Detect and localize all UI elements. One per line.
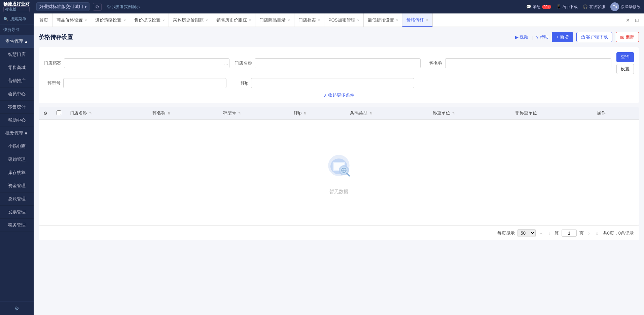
last-page-button[interactable]: » [594,230,600,237]
delete-button[interactable]: 面 删除 [616,32,639,42]
filter-scale-model: 秤型号 [44,78,226,88]
sort-icon[interactable]: ⇅ [452,111,455,115]
video-link[interactable]: ▶ 视频 [515,34,528,40]
version-selector[interactable]: 好业财标准版交付试用 ▾ [36,2,90,11]
sidebar-item-retail-mall[interactable]: 零售商城 [0,61,34,74]
filter-store-profile-input[interactable] [64,58,229,68]
sort-icon[interactable]: ⇅ [168,111,170,115]
select-all-checkbox[interactable] [57,110,61,115]
table-header-row: ⚙ 门店名称 ⇅ [39,107,639,120]
filter-scale-ip-input[interactable] [251,78,414,88]
next-page-button[interactable]: › [586,230,592,237]
tab-store-profile[interactable]: 门店档案 × [294,13,324,27]
filter-scale-name-label: 秤名称 [426,60,442,66]
table-settings-icon[interactable]: ⚙ [43,111,47,116]
empty-text: 暂无数据 [329,189,348,195]
sort-icon[interactable]: ⇅ [238,111,241,115]
tab-close-icon[interactable]: × [288,18,290,22]
sidebar-item-inventory[interactable]: 库存核算 [0,166,34,179]
tab-pos-mgmt[interactable]: POS加密管理 × [324,13,364,27]
tab-price-setting[interactable]: 商品价格设置 × [52,13,91,27]
filter-scale-name-input[interactable] [445,58,611,68]
top-right-actions: 💬 消息 99+ 📱 App下载 🎧 在线客服 Ea 徐泽华修改 [526,2,641,11]
sort-icon[interactable]: ⇅ [369,111,372,115]
filter-section: 门店档案 ... 门店名称 秤名称 [39,47,639,103]
tab-label: 售价提取设置 [134,17,160,23]
sidebar-item-finance[interactable]: 资金管理 [0,179,34,193]
filter-store-name: 门店名称 [235,58,420,68]
add-button[interactable]: + 新增 [552,32,573,42]
sidebar-item-marketing[interactable]: 营销推广 [0,74,34,88]
sort-icon[interactable]: ⇅ [303,111,306,115]
sidebar-item-retail-stats[interactable]: 零售统计 [0,101,34,114]
tab-close-icon[interactable]: × [206,18,208,22]
download-button[interactable]: 凸 客户端下载 [576,32,613,42]
version-gear-button[interactable]: ⚙ [93,3,102,11]
tab-close-icon[interactable]: × [357,18,359,22]
set-button[interactable]: 设置 [616,64,634,74]
sidebar-item-tax[interactable]: 税务管理 [0,219,34,232]
data-table: ⚙ 门店名称 ⇅ [39,107,639,225]
query-button[interactable]: 查询 [616,52,634,62]
help-link[interactable]: ? 帮助 [536,34,548,40]
prev-page-button[interactable]: ‹ [547,230,552,237]
tab-min-discount[interactable]: 最低折扣设置 × [364,13,402,27]
tab-close-icon[interactable]: × [163,18,165,22]
collapse-label: 收起更多条件 [328,92,354,98]
filter-scale-ip: 秤ip [231,78,414,88]
tab-home[interactable]: 首页 [35,13,52,27]
col-operation: 操作 [593,107,639,120]
first-page-button[interactable]: « [538,230,544,237]
top-bar: 畅捷通好业财 标准版 好业财标准版交付试用 ▾ ⚙ 我要看实例演示 💬 消息 9… [0,0,644,13]
sidebar-item-retail-mgmt[interactable]: 零售管理 ▲ [0,35,34,48]
tab-label: 采购历史价跟踪 [173,17,204,23]
tab-maximize-icon[interactable]: ⊡ [633,17,641,24]
tab-close-icon[interactable]: × [396,18,398,22]
tab-sale-extract[interactable]: 售价提取设置 × [130,13,169,27]
collapse-button[interactable]: ∧ 收起更多条件 [324,92,354,98]
sidebar-item-label: 营销推广 [8,78,26,83]
tab-purchase-history[interactable]: 采购历史价跟踪 × [169,13,212,27]
page-size-select[interactable]: 50 10 20 100 [517,229,536,237]
sidebar-item-label: 采购管理 [8,157,26,162]
tab-close-icon[interactable]: × [426,18,428,22]
demo-link[interactable]: 我要看实例演示 [107,4,140,10]
tab-purchase-strategy[interactable]: 进价策略设置 × [91,13,130,27]
collapse-bar: ∧ 收起更多条件 [44,92,634,98]
arrow-down-icon: ▼ [24,131,28,136]
ellipsis-icon[interactable]: ... [224,61,228,66]
tab-sale-history[interactable]: 销售历史价跟踪 × [212,13,255,27]
current-page-input[interactable] [562,230,577,237]
col-store-name: 门店名称 ⇅ [66,107,148,120]
sidebar-quick-nav[interactable]: 快捷导航 [0,25,34,35]
sidebar-bottom: ⚙ [0,302,34,315]
main-layout: 🔍 搜索菜单 快捷导航 零售管理 ▲ 智慧门店 零售商城 营销推广 会员中心 零… [0,13,644,315]
tab-close-icon[interactable]: × [249,18,251,22]
tab-store-catalog[interactable]: 门店商品目录 × [255,13,294,27]
messages-button[interactable]: 💬 消息 99+ [526,4,551,10]
tab-close-icon[interactable]: × [318,18,320,22]
app-name: 畅捷通好业财 [3,1,30,7]
sidebar-item-invoice[interactable]: 发票管理 [0,206,34,219]
tab-close-icon[interactable]: × [123,18,126,22]
tab-label: 门店商品目录 [259,17,286,23]
sidebar-item-member[interactable]: 会员中心 [0,88,34,101]
filter-scale-model-input[interactable] [63,78,226,88]
avatar: Ea [610,2,619,11]
sidebar-item-ecommerce[interactable]: 小畅电商 [0,140,34,153]
tab-close-icon[interactable]: × [85,18,87,22]
app-download-button[interactable]: 📱 App下载 [556,4,578,10]
sidebar-search[interactable]: 🔍 搜索菜单 [0,13,34,25]
filter-store-name-input[interactable] [255,58,420,68]
tab-price-transmit[interactable]: 价格传秤 × [402,13,432,27]
sidebar-item-purchase[interactable]: 采购管理 [0,153,34,166]
user-profile-button[interactable]: Ea 徐泽华修改 [610,2,641,11]
sidebar-item-wholesale[interactable]: 批发管理 ▼ [0,127,34,140]
online-service-button[interactable]: 🎧 在线客服 [583,4,605,10]
sidebar-item-help[interactable]: 帮助中心 [0,114,34,127]
sidebar-settings-icon[interactable]: ⚙ [14,306,19,311]
tab-close-all-icon[interactable]: ✕ [624,17,632,24]
sidebar-item-smart-store[interactable]: 智慧门店 [0,48,34,61]
sort-icon[interactable]: ⇅ [89,111,92,115]
sidebar-item-general-ledger[interactable]: 总账管理 [0,193,34,206]
